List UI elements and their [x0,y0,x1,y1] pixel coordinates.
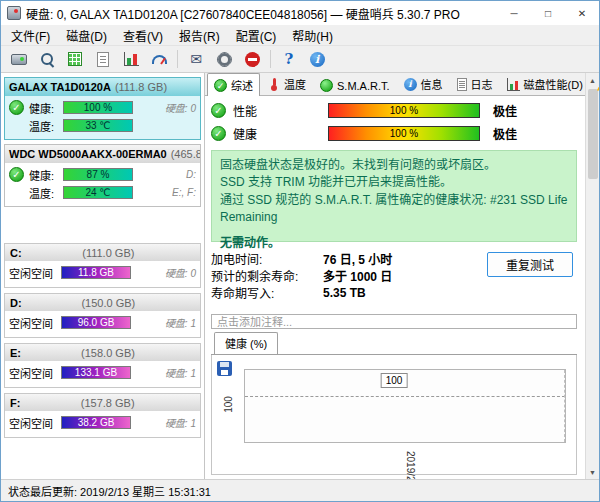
free-space-label: 空闲空间 [9,365,61,381]
status-bar: 状态最后更新: 2019/2/13 星期三 15:31:31 [1,479,599,501]
free-space-label: 空闲空间 [9,415,61,431]
close-button[interactable]: ✕ [565,1,599,25]
chart-y-tick: 100 [223,396,234,413]
menu-view[interactable]: 查看(V) [115,25,171,46]
partition-header: C: (111.0 GB) [5,244,200,261]
chart-x-tick: 2019/2/13 [405,451,416,479]
minimize-button[interactable]: ─ [497,1,531,25]
free-space-label: 空闲空间 [9,315,61,331]
disk-ref: 硬盘: 1 [165,315,196,330]
menu-help[interactable]: 帮助(H) [284,25,341,46]
window-controls: ─ □ ✕ [497,1,599,25]
disk-size: (465.8 GB) [171,148,200,160]
health-bar: 100 % [63,101,133,114]
help-button[interactable]: ? [276,48,302,71]
scroll-down-icon[interactable]: ▼ [586,465,600,479]
power-on-label: 加电时间: [211,250,323,267]
tab-label: 日志 [471,76,493,92]
report-button[interactable] [90,48,116,71]
health-rating: 极佳 [493,125,517,142]
partition-item-c[interactable]: C: (111.0 GB) 空闲空间 11.8 GB 硬盘: 0 [4,243,201,288]
chart-subtab-bar: 健康 (%) [211,335,577,355]
chart-gridline [245,396,565,397]
menu-config[interactable]: 配置(C) [228,25,285,46]
stop-icon [245,52,260,67]
check-icon: ✓ [211,126,226,141]
health-bar: 87 % [63,168,133,181]
toolbar-separator [177,50,178,68]
report-icon [97,52,109,67]
tab-label: 综述 [231,77,253,93]
partition-item-d[interactable]: D: (150.0 GB) 空闲空间 96.0 GB 硬盘: 1 [4,293,201,338]
power-on-value: 76 日, 5 小时 [323,250,392,267]
health-label: 健康: [29,100,63,116]
log-document-icon [457,78,467,91]
disk-item-1[interactable]: WDC WD5000AAKX-00ERMA0 (465.8 GB) ✓ 健康: … [4,144,201,207]
check-icon: ✓ [214,79,227,92]
tab-log[interactable]: 日志 [450,72,500,95]
settings-gear-icon [218,53,231,66]
surface-test-button[interactable] [62,48,88,71]
disk-overview-icon [40,52,55,67]
disk-sidebar: GALAX TA1D0120A (111.8 GB) ✓ 健康: 100 % 硬… [1,73,205,479]
save-chart-icon[interactable] [217,361,232,376]
info-icon: i [404,78,417,91]
disk-ref: 硬盘: 0 [165,100,196,115]
tab-smart[interactable]: S.M.A.R.T. [313,75,397,95]
partition-size: (158.0 GB) [81,347,135,359]
about-button[interactable]: i [304,48,330,71]
tab-disk-performance[interactable]: 磁盘性能(D) [500,72,590,95]
temp-bar: 33 ℃ [63,119,133,132]
partition-body: 空闲空间 96.0 GB 硬盘: 1 [5,311,200,337]
maximize-button[interactable]: □ [531,1,565,25]
about-info-icon: i [310,52,325,67]
tab-information[interactable]: i 信息 [397,72,450,95]
disk-body: ✓ 健康: 87 % D: 温度: 24 ℃ E:, F: [5,163,200,206]
health-bar: 100 % [328,126,480,141]
gauge-button[interactable] [146,48,172,71]
status-last-updated: 状态最后更新: 2019/2/13 星期三 15:31:31 [8,483,211,499]
disk-item-0[interactable]: GALAX TA1D0120A (111.8 GB) ✓ 健康: 100 % 硬… [4,77,201,140]
mail-report-icon: ✉ [190,52,202,66]
chart-gridline [564,370,565,442]
tab-temperature[interactable]: 温度 [260,72,313,95]
disk-size: (111.8 GB) [115,81,167,93]
partition-item-f[interactable]: F: (157.8 GB) 空闲空间 38.2 GB 硬盘: 1 [4,393,201,438]
partition-size: (157.8 GB) [81,397,135,409]
partition-letter: F: [10,397,20,409]
disk-overview-button[interactable] [34,48,60,71]
lifetime-writes-label: 寿命期写入: [211,284,323,301]
menu-report[interactable]: 报告(R) [171,25,228,46]
retest-button[interactable]: 重复测试 [487,252,573,277]
free-space-label: 空闲空间 [9,265,61,281]
detect-disks-button[interactable] [6,48,32,71]
health-chart-subtab[interactable]: 健康 (%) [214,332,278,354]
comment-input[interactable] [211,314,577,329]
vertical-scrollbar[interactable]: ▲ ▼ [585,73,599,479]
disk-body: ✓ 健康: 100 % 硬盘: 0 温度: 33 ℃ [5,96,200,139]
surface-test-icon [68,52,82,66]
performance-chart-button[interactable] [118,48,144,71]
settings-button[interactable] [211,48,237,71]
partition-size: (150.0 GB) [81,297,135,309]
menu-disk[interactable]: 磁盘(D) [58,25,115,46]
thermometer-icon [267,78,280,91]
stop-button[interactable] [239,48,265,71]
disk-name: WDC WD5000AAKX-00ERMA0 [9,148,167,160]
gauge-icon [152,55,167,64]
smart-status-icon [320,79,333,92]
tab-overview[interactable]: ✓ 综述 [207,73,260,96]
scroll-up-icon[interactable]: ▲ [586,73,600,87]
status-line: SSD 支持 TRIM 功能并已开启来提高性能。 [220,174,568,191]
check-icon: ✓ [211,103,226,118]
main-area: GALAX TA1D0120A (111.8 GB) ✓ 健康: 100 % 硬… [1,73,599,479]
partition-letter: D: [10,297,22,309]
partition-body: 空闲空间 11.8 GB 硬盘: 0 [5,261,200,287]
mail-report-button[interactable]: ✉ [183,48,209,71]
partition-item-e[interactable]: E: (158.0 GB) 空闲空间 133.1 GB 硬盘: 1 [4,343,201,388]
scroll-thumb[interactable] [588,89,598,179]
menu-file[interactable]: 文件(F) [3,25,58,46]
temp-label: 温度: [29,185,63,201]
window-title: 硬盘: 0, GALAX TA1D0120A [C27607840CEE0481… [26,5,492,22]
tab-label: 信息 [421,76,443,92]
